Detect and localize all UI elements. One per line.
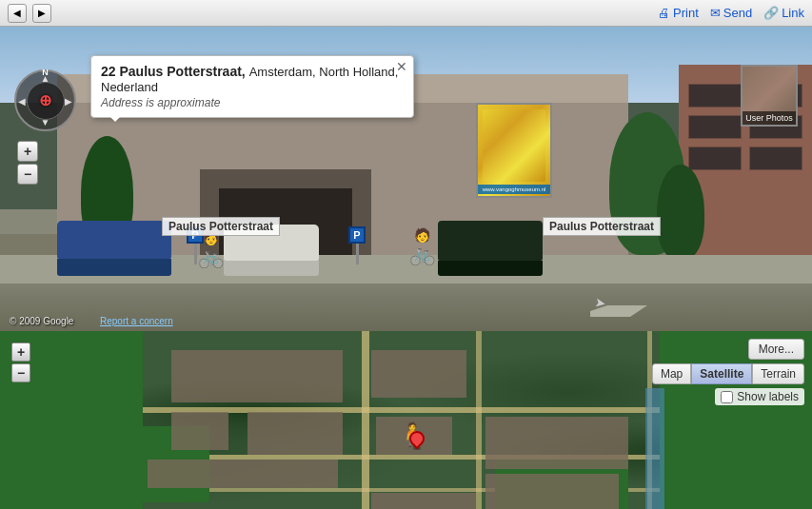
window-3 — [688, 115, 742, 139]
balloon-close-button[interactable]: ✕ — [396, 60, 407, 73]
map-panel: 🧍 + − More... Map Satellite Terrain Show… — [0, 331, 812, 509]
address-number: 22 — [101, 64, 116, 79]
water-canal — [645, 388, 664, 509]
compass-control[interactable]: ▲ ▼ ◀ ▶ ⊕ N — [14, 69, 76, 131]
map-type-controls: More... Map Satellite Terrain Show label… — [652, 339, 804, 405]
nav-buttons: ◀ ▶ — [8, 4, 51, 23]
print-icon: 🖨 — [658, 6, 670, 20]
window-1 — [688, 84, 742, 108]
info-balloon: ✕ 22 Paulus Potterstraat, Amsterdam, Nor… — [90, 55, 414, 118]
parking-board-2: P — [348, 226, 366, 244]
road-v2 — [476, 331, 482, 509]
address-note: Address is approximate — [101, 96, 404, 109]
map-zoom-in-button[interactable]: + — [11, 343, 30, 362]
pan-left-button[interactable]: ◀ — [18, 95, 26, 106]
pin-head — [406, 428, 428, 450]
show-labels-text: Show labels — [737, 390, 799, 403]
user-photos-thumbnail[interactable]: User Photos — [741, 65, 798, 127]
zoom-out-button[interactable]: − — [17, 164, 38, 185]
map-zoom-controls: + − — [11, 343, 30, 382]
forward-button[interactable]: ▶ — [32, 4, 51, 23]
compass-inner[interactable]: ⊕ — [27, 82, 65, 120]
car-1 — [57, 221, 171, 276]
address-street: Paulus Potterstraat, — [119, 64, 245, 79]
window-6 — [749, 147, 802, 170]
address-main: 22 Paulus Potterstraat, Amsterdam, North… — [101, 64, 404, 94]
send-link[interactable]: ✉ Send — [710, 6, 752, 20]
toolbar-actions: 🖨 Print ✉ Send 🔗 Link — [658, 6, 804, 20]
map-type-buttons: More... — [748, 339, 804, 360]
show-labels-control: Show labels — [715, 388, 804, 405]
parking-sign-2: P — [347, 226, 366, 264]
back-button[interactable]: ◀ — [8, 4, 27, 23]
satellite-button[interactable]: Satellite — [691, 363, 752, 384]
location-pin[interactable] — [409, 431, 425, 450]
print-label: Print — [673, 6, 699, 20]
street-view-panel: www.vangoghmuseum.nl ➤ — [0, 27, 812, 331]
museum-poster: www.vangoghmuseum.nl — [476, 103, 552, 198]
link-link[interactable]: 🔗 Link — [763, 6, 804, 20]
street-label-right: Paulus Potterstraat — [543, 217, 661, 236]
compass-needle: ⊕ — [39, 91, 51, 109]
cyclist-2: 🚲 🧑 — [409, 242, 435, 266]
map-button[interactable]: Map — [652, 363, 691, 384]
report-concern-link[interactable]: Report a concern — [100, 316, 173, 326]
street-label-left: Paulus Potterstraat — [162, 217, 280, 236]
map-zoom-out-button[interactable]: − — [11, 363, 30, 382]
print-link[interactable]: 🖨 Print — [658, 6, 699, 20]
more-button[interactable]: More... — [748, 339, 804, 360]
building-7 — [171, 350, 343, 402]
send-icon: ✉ — [710, 6, 721, 20]
zoom-in-button[interactable]: + — [17, 141, 38, 162]
view-mode-buttons: Map Satellite Terrain — [652, 363, 804, 384]
parking-pole-2 — [356, 244, 359, 264]
terrain-button[interactable]: Terrain — [752, 363, 804, 384]
building-8 — [371, 350, 466, 398]
building-9 — [371, 493, 476, 509]
building-5 — [485, 417, 628, 469]
show-labels-checkbox[interactable] — [721, 391, 733, 403]
send-label: Send — [723, 6, 752, 20]
compass-north-label: N — [42, 68, 49, 77]
zoom-controls: + − — [17, 141, 38, 185]
car-3 — [438, 221, 543, 276]
parking-pole-1 — [194, 244, 197, 264]
user-photos-label: User Photos — [743, 111, 796, 125]
browser-toolbar: ◀ ▶ 🖨 Print ✉ Send 🔗 Link — [0, 0, 812, 27]
building-6 — [485, 474, 619, 509]
pan-right-button[interactable]: ▶ — [65, 95, 72, 106]
road-v1 — [362, 331, 369, 509]
poster-text: www.vangoghmuseum.nl — [478, 185, 550, 194]
link-label: Link — [782, 6, 804, 20]
link-icon: 🔗 — [763, 6, 779, 20]
building-1 — [171, 412, 228, 450]
compass-ring[interactable]: ▲ ▼ ◀ ▶ ⊕ — [14, 69, 76, 131]
copyright-text: © 2009 Google — [10, 316, 73, 326]
building-3 — [148, 460, 338, 488]
building-2 — [248, 412, 343, 455]
